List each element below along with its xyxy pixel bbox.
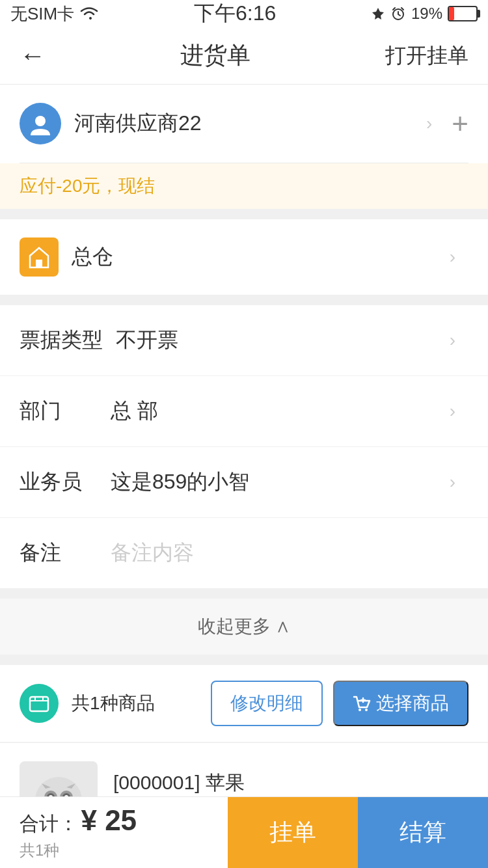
remark-input[interactable]: 备注内容	[111, 539, 468, 567]
hang-label: 挂单	[269, 817, 316, 848]
select-product-label: 选择商品	[376, 691, 449, 716]
remark-label: 备注	[20, 539, 98, 567]
battery-percent: 19%	[411, 5, 442, 23]
invoice-chevron-icon: ›	[450, 330, 455, 351]
svg-rect-3	[30, 697, 48, 711]
svg-point-1	[35, 116, 46, 126]
warning-text: 应付-20元，现结	[20, 176, 155, 196]
sales-label: 业务员	[20, 468, 98, 496]
invoice-label: 票据类型	[20, 326, 103, 355]
page-title: 进货单	[180, 40, 251, 72]
product-name-text: 苹果	[206, 772, 245, 793]
warehouse-chevron-icon: ›	[450, 247, 455, 267]
add-supplier-button[interactable]: +	[452, 107, 468, 140]
sales-value: 这是859的小智	[111, 468, 450, 496]
invoice-value: 不开票	[116, 326, 450, 355]
sales-row[interactable]: 业务员 这是859的小智 ›	[0, 447, 488, 518]
alarm-icon	[390, 6, 406, 21]
product-code: [0000001]	[113, 772, 200, 793]
footer-total: 合计： ¥ 25 共1种	[0, 804, 228, 861]
collapse-row[interactable]: 收起更多 ∧	[0, 599, 488, 655]
invoice-row[interactable]: 票据类型 不开票 ›	[0, 305, 488, 376]
hang-button[interactable]: 挂单	[228, 797, 358, 869]
product-name: [0000001] 苹果	[113, 770, 436, 796]
svg-point-5	[365, 709, 368, 711]
warning-banner: 应付-20元，现结	[0, 163, 488, 209]
supplier-card: 河南供应商22 › + 应付-20元，现结	[0, 85, 488, 209]
status-bar: 无SIM卡 下午6:16 19%	[0, 0, 488, 27]
supplier-name: 河南供应商22	[74, 109, 426, 138]
total-count: 共1种	[20, 840, 208, 861]
checkout-button[interactable]: 结算	[358, 797, 488, 869]
dept-row[interactable]: 部门 总 部 ›	[0, 376, 488, 447]
total-amount: ¥ 25	[81, 804, 137, 836]
svg-rect-2	[36, 260, 42, 267]
supplier-row[interactable]: 河南供应商22 › +	[0, 85, 488, 163]
status-time: 下午6:16	[194, 0, 276, 28]
warehouse-icon	[20, 237, 59, 277]
svg-point-4	[359, 709, 361, 711]
products-count: 共1种商品	[72, 691, 211, 716]
nav-bar: ← 进货单 打开挂单	[0, 27, 488, 85]
warehouse-name: 总仓	[72, 243, 450, 271]
back-button[interactable]: ←	[20, 41, 46, 70]
status-icons: 19%	[371, 5, 478, 23]
location-icon	[371, 7, 385, 21]
dept-label: 部门	[20, 397, 98, 426]
status-carrier: 无SIM卡	[10, 3, 99, 25]
supplier-chevron-icon: ›	[426, 113, 432, 134]
wifi-icon	[79, 7, 99, 21]
collapse-text: 收起更多 ∧	[198, 614, 291, 639]
total-label: 合计：	[20, 813, 78, 834]
checkout-label: 结算	[400, 817, 446, 848]
carrier-text: 无SIM卡	[10, 3, 74, 25]
footer: 合计： ¥ 25 共1种 挂单 结算	[0, 796, 488, 868]
remark-row[interactable]: 备注 备注内容	[0, 518, 488, 588]
supplier-avatar	[20, 103, 61, 144]
dept-value: 总 部	[111, 397, 450, 426]
products-header: 共1种商品 修改明细 选择商品	[0, 665, 488, 742]
cart-icon	[353, 694, 371, 712]
warehouse-card: 总仓 ›	[0, 219, 488, 295]
open-hang-button[interactable]: 打开挂单	[385, 42, 468, 70]
warehouse-row[interactable]: 总仓 ›	[0, 219, 488, 295]
form-card: 票据类型 不开票 › 部门 总 部 › 业务员 这是859的小智 › 备注 备注…	[0, 305, 488, 588]
sales-chevron-icon: ›	[450, 472, 455, 493]
select-product-button[interactable]: 选择商品	[333, 681, 468, 726]
edit-detail-button[interactable]: 修改明细	[211, 681, 323, 726]
dept-chevron-icon: ›	[450, 401, 455, 422]
battery-icon	[448, 6, 478, 21]
footer-total-row: 合计： ¥ 25	[20, 804, 208, 837]
products-icon	[20, 684, 59, 723]
content-area: 河南供应商22 › + 应付-20元，现结 总仓 › 票据类型 不开票 ›	[0, 85, 488, 868]
